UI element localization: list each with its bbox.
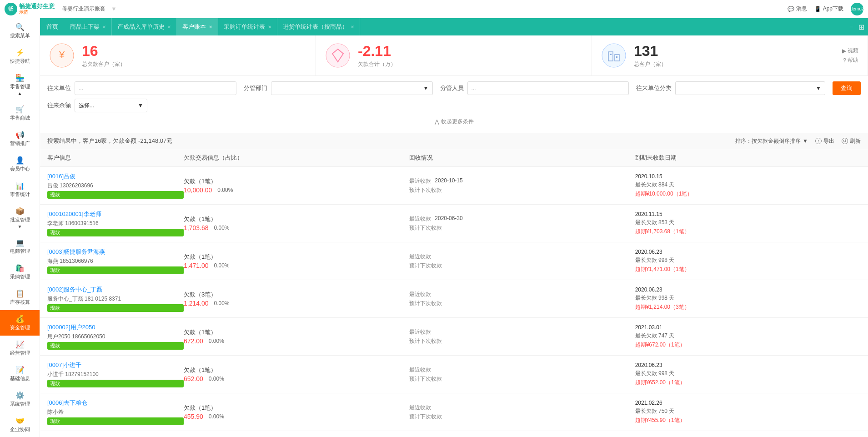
sidebar-item-ecommerce[interactable]: 💻 电商管理 — [0, 234, 40, 259]
customer-name-3[interactable]: [0003]畅捷服务尹海燕 — [47, 248, 184, 256]
last-collection-row-6: 最近收款 — [409, 366, 635, 374]
tab-customer-account-close[interactable]: ✕ — [209, 25, 212, 30]
video-btn[interactable]: ▶ 视频 — [842, 47, 858, 55]
stat-value-total-customers: 131 — [634, 43, 667, 60]
stat-card-owed-customers: ¥ 16 总欠款客户（家） — [40, 35, 316, 75]
tab-purchase-stats-close[interactable]: ✕ — [268, 25, 271, 30]
customer-name-1[interactable]: [0016]吕俊 — [47, 172, 184, 181]
sort-arrow-icon: ▼ — [803, 138, 808, 144]
overdue-info-4: 2020.06.23 最长欠款 998 天 超期¥1,214.00（3笔） — [635, 286, 861, 311]
collection-info-5: 最近收款 预计下次收款 — [409, 328, 635, 345]
sidebar-item-member[interactable]: 👤 会员中心 — [0, 151, 40, 177]
customer-phone-6: 小进千 18279152100 — [47, 371, 184, 378]
category-select[interactable]: ▼ — [675, 81, 825, 95]
avatar: demo2 — [851, 3, 863, 15]
svg-point-4 — [602, 44, 626, 67]
debt-percent-3: 0.00% — [214, 262, 230, 269]
sidebar-item-marketing[interactable]: 📢 营销推广 — [0, 126, 40, 151]
tab-bar-actions: － ⊞ — [848, 22, 868, 32]
refresh-button[interactable]: ↺ 刷新 — [842, 137, 861, 145]
marketing-icon: 📢 — [15, 131, 25, 139]
app-download-btn[interactable]: 📱 App下载 — [814, 5, 843, 13]
overdue-amount-2[interactable]: 超期¥1,703.68（1笔） — [635, 228, 861, 236]
tab-goods-listing-close[interactable]: ✕ — [102, 25, 106, 30]
stat-card-owed-amount: -2.11 欠款合计（万） — [316, 35, 592, 75]
sort-button[interactable]: 排序：按欠款金额倒序排序 ▼ — [735, 137, 808, 145]
debt-count-6: 欠款（1笔） — [184, 366, 216, 374]
customer-name-2[interactable]: [0001020001]李老师 — [47, 210, 184, 218]
customer-tag-6: 现款 — [47, 380, 184, 387]
customer-name-7[interactable]: [0006]去下粮仓 — [47, 399, 184, 407]
sidebar-label-ecommerce: 电商管理 — [10, 248, 30, 255]
sidebar-item-purchase[interactable]: 🛍️ 采购管理 — [0, 259, 40, 285]
collapse-btn[interactable]: ⋀ 收起更多条件 — [47, 116, 861, 127]
sidebar-item-retail-mgmt[interactable]: 🏪 零售管理 ▲ — [0, 69, 40, 100]
next-collection-row-4: 预计下次收款 — [409, 300, 635, 307]
stat-value-owed-amount: -2.11 — [358, 43, 396, 60]
col-header-collection: 回收情况 — [409, 154, 635, 162]
overdue-amount-1[interactable]: 超期¥10,000.00（1笔） — [635, 190, 861, 198]
search-button[interactable]: 查询 — [833, 81, 861, 95]
overdue-date-4: 2020.06.23 — [635, 286, 861, 293]
debt-percent-4: 0.00% — [214, 300, 230, 306]
sidebar-item-basic-info[interactable]: 📝 基础信息 — [0, 361, 40, 387]
sidebar-item-retail-stats[interactable]: 📊 零售统计 — [0, 177, 40, 202]
customer-tag-4: 现款 — [47, 304, 184, 312]
user-menu[interactable]: demo2 — [851, 3, 863, 15]
overdue-amount-6[interactable]: 超期¥652.00（1笔） — [635, 379, 861, 387]
purchase-icon: 🛍️ — [15, 264, 25, 272]
debt-row-6: 欠款（1笔） — [184, 366, 409, 374]
ecommerce-icon: 💻 — [15, 238, 25, 247]
customer-name-5[interactable]: [000002]用户2050 — [47, 323, 184, 332]
export-button[interactable]: ↑ 导出 — [815, 137, 834, 145]
sidebar-item-operations[interactable]: 📈 经营管理 — [0, 336, 40, 361]
table-row: [0006]去下粮仓 陈小希 现款 欠款（1笔） 455.90 0.00% — [40, 393, 868, 431]
overdue-amount-5[interactable]: 超期¥672.00（1笔） — [635, 341, 861, 349]
person-input[interactable]: ... — [467, 81, 629, 95]
overdue-amount-3[interactable]: 超期¥1,471.00（1笔） — [635, 266, 861, 273]
tab-customer-account[interactable]: 客户账本 ✕ — [177, 18, 218, 35]
sidebar-item-retail-mall[interactable]: 🛒 零售商城 — [0, 100, 40, 126]
filter-item-balance: 往来余额 选择... ▼ — [47, 99, 861, 112]
debt-count-5: 欠款（1笔） — [184, 328, 216, 337]
customer-name-6[interactable]: [0007]小进千 — [47, 361, 184, 369]
customer-info-5: [000002]用户2050 用户2050 18665062050 现款 — [47, 323, 184, 350]
tab-purchase-goods-stats-close[interactable]: ✕ — [351, 25, 354, 30]
system-icon: ⚙️ — [15, 391, 25, 400]
balance-select[interactable]: 选择... ▼ — [75, 99, 147, 112]
help-btn[interactable]: ? 帮助 — [843, 56, 858, 64]
sidebar-item-system[interactable]: ⚙️ 系统管理 — [0, 387, 40, 412]
last-collection-row-1: 最近收款 2020-10-15 — [409, 177, 635, 185]
sidebar-label-inventory: 库存核算 — [10, 299, 30, 306]
customer-phone-7: 陈小希 — [47, 408, 184, 416]
debt-amount-6: 652.00 — [184, 375, 203, 382]
tab-purchase-goods-stats[interactable]: 进货单统计表（按商品） ✕ — [277, 18, 360, 35]
customer-info-3: [0003]畅捷服务尹海燕 海燕 18513066976 现款 — [47, 248, 184, 274]
overdue-date-1: 2020.10.15 — [635, 173, 861, 180]
filter-item-dept: 分管部门 ▼ — [244, 81, 433, 95]
supplier-input[interactable]: ... — [75, 81, 236, 95]
sidebar-item-enterprise-coop[interactable]: 🤝 企业协同 — [0, 412, 40, 437]
customer-name-4[interactable]: [0002]服务中心_丁磊 — [47, 286, 184, 294]
tab-product-history-close[interactable]: ✕ — [167, 25, 171, 30]
tab-home[interactable]: 首页 — [40, 23, 65, 31]
tab-product-history[interactable]: 产成品入库单历史 ✕ — [112, 18, 177, 35]
message-btn[interactable]: 💬 消息 — [788, 5, 807, 13]
tab-maximize-icon[interactable]: ⊞ — [858, 23, 864, 31]
tab-goods-listing[interactable]: 商品上下架 ✕ — [65, 18, 112, 35]
tab-purchase-stats[interactable]: 采购订单统计表 ✕ — [218, 18, 277, 35]
debt-count-7: 欠款（1笔） — [184, 404, 216, 412]
dept-select[interactable]: ▼ — [271, 81, 433, 95]
tab-minimize-icon[interactable]: － — [848, 22, 855, 32]
overdue-amount-7[interactable]: 超期¥455.90（1笔） — [635, 417, 861, 424]
filters-section: 往来单位 ... 分管部门 ▼ — [40, 76, 868, 133]
debt-count-1: 欠款（1笔） — [184, 177, 216, 186]
col-header-debt: 欠款交易信息（占比） — [184, 154, 409, 162]
sidebar-item-search[interactable]: 🔍 搜索菜单 — [0, 18, 40, 44]
sidebar-item-finance[interactable]: 💰 资金管理 — [0, 310, 40, 336]
debt-amount-row-3: 1,471.00 0.00% — [184, 262, 409, 269]
overdue-amount-4[interactable]: 超期¥1,214.00（3笔） — [635, 303, 861, 311]
sidebar-item-inventory[interactable]: 📋 库存核算 — [0, 285, 40, 310]
sidebar-item-quick-nav[interactable]: ⚡ 快捷导航 — [0, 44, 40, 69]
sidebar-item-batch-mgmt[interactable]: 📦 批发管理 ▼ — [0, 202, 40, 234]
